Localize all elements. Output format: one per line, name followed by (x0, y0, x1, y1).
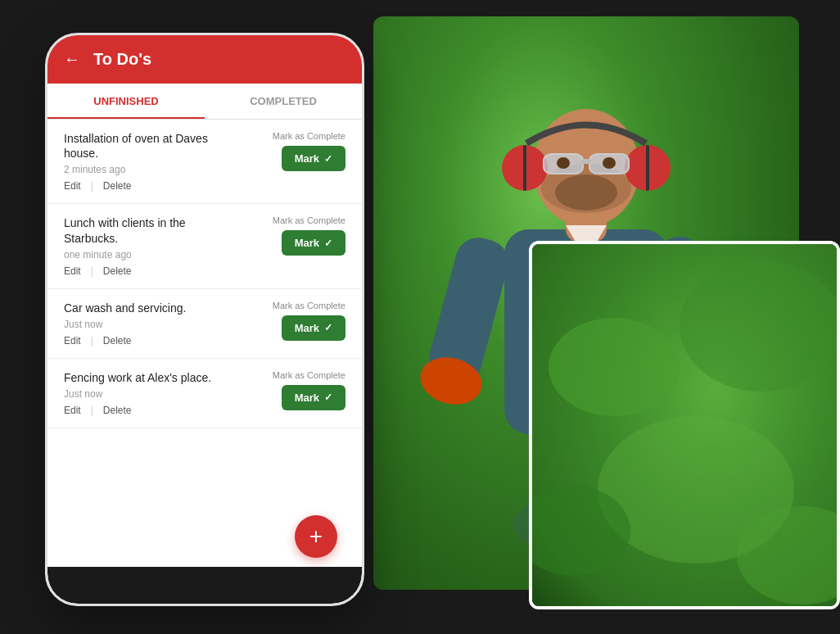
page-title: To Do's (93, 50, 151, 69)
todo-left: Car wash and servicing. Just now Edit | … (64, 301, 247, 346)
mark-button[interactable]: Mark ✓ (282, 385, 345, 410)
todo-actions: Edit | Delete (64, 180, 239, 192)
mark-button[interactable]: Mark ✓ (282, 230, 345, 256)
mark-button[interactable]: Mark ✓ (282, 315, 345, 341)
bg-foliage (532, 244, 840, 609)
delete-link[interactable]: Delete (103, 180, 132, 192)
svg-point-18 (555, 174, 617, 211)
tab-completed[interactable]: COMPLETED (205, 84, 362, 119)
edit-link[interactable]: Edit (64, 335, 81, 346)
todo-right: Mark as Complete Mark ✓ (247, 215, 345, 256)
phone-bottom-bar (47, 567, 362, 604)
phone: ← To Do's UNFINISHED COMPLETED Installat… (45, 33, 364, 606)
delete-link[interactable]: Delete (103, 265, 132, 277)
fab-button[interactable]: + (295, 515, 337, 558)
mark-label: Mark as Complete (273, 301, 345, 310)
svg-rect-12 (646, 145, 649, 191)
divider: | (91, 405, 93, 416)
todo-item: Car wash and servicing. Just now Edit | … (47, 289, 362, 359)
delete-link[interactable]: Delete (103, 335, 132, 346)
todo-time: 2 minutes ago (64, 164, 239, 175)
todo-time: one minute ago (64, 249, 239, 260)
todo-title: Fencing work at Alex's place. (64, 370, 239, 385)
svg-rect-11 (523, 145, 526, 191)
svg-point-29 (680, 260, 840, 392)
edit-link[interactable]: Edit (64, 180, 81, 192)
todo-left: Lunch with clients in the Starbucks. one… (64, 215, 247, 276)
svg-point-28 (549, 318, 680, 416)
todo-left: Fencing work at Alex's place. Just now E… (64, 370, 247, 416)
delete-link[interactable]: Delete (103, 405, 132, 416)
todo-actions: Edit | Delete (64, 265, 239, 277)
back-button[interactable]: ← (64, 50, 80, 69)
edit-link[interactable]: Edit (64, 265, 81, 277)
todo-item: Installation of oven at Daves house. 2 m… (47, 120, 362, 204)
todo-actions: Edit | Delete (64, 335, 239, 346)
mark-label: Mark as Complete (273, 370, 345, 380)
todo-right: Mark as Complete Mark ✓ (247, 370, 345, 410)
edit-link[interactable]: Edit (64, 405, 81, 416)
divider: | (91, 265, 93, 277)
todo-right: Mark as Complete Mark ✓ (247, 301, 345, 341)
mark-label: Mark as Complete (273, 215, 345, 225)
check-icon: ✓ (324, 238, 332, 249)
svg-rect-15 (581, 159, 591, 164)
todo-title: Car wash and servicing. (64, 301, 239, 315)
bg-panel-secondary (529, 241, 840, 609)
tab-unfinished[interactable]: UNFINISHED (47, 84, 205, 119)
divider: | (91, 335, 93, 346)
todo-title: Installation of oven at Daves house. (64, 131, 239, 161)
check-icon: ✓ (324, 392, 332, 403)
phone-header: ← To Do's (47, 35, 362, 84)
todo-left: Installation of oven at Daves house. 2 m… (64, 131, 247, 192)
tabs-container: UNFINISHED COMPLETED (47, 84, 362, 120)
todo-title: Lunch with clients in the Starbucks. (64, 215, 239, 245)
mark-button[interactable]: Mark ✓ (282, 146, 345, 171)
todo-time: Just now (64, 319, 239, 330)
todo-right: Mark as Complete Mark ✓ (247, 131, 345, 171)
todo-time: Just now (64, 388, 239, 400)
mark-label: Mark as Complete (273, 131, 345, 141)
divider: | (91, 180, 93, 192)
svg-point-17 (603, 157, 616, 169)
todo-item: Fencing work at Alex's place. Just now E… (47, 359, 362, 428)
svg-point-16 (557, 157, 570, 169)
phone-wrapper: ← To Do's UNFINISHED COMPLETED Installat… (45, 33, 364, 606)
check-icon: ✓ (324, 153, 332, 165)
todo-item: Lunch with clients in the Starbucks. one… (47, 204, 362, 288)
todo-actions: Edit | Delete (64, 405, 239, 416)
check-icon: ✓ (324, 322, 332, 333)
